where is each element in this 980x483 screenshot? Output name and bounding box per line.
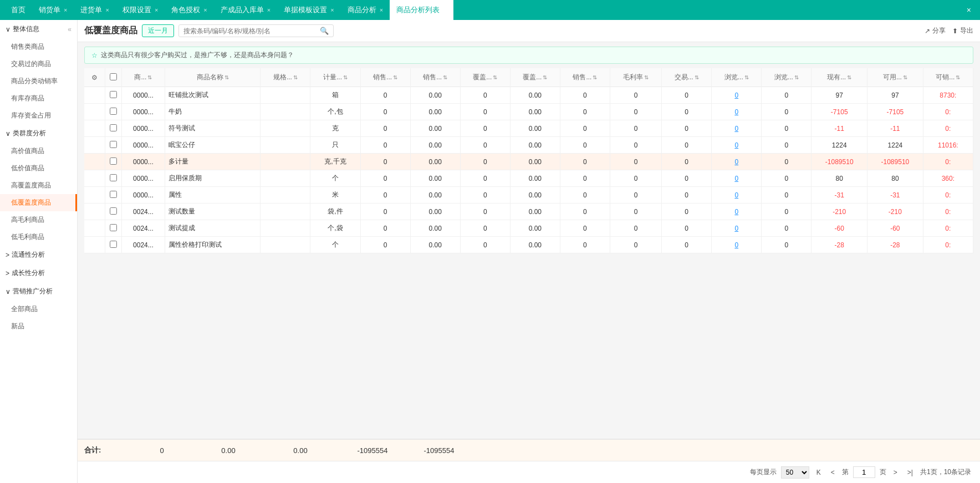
export-button[interactable]: ⬆ 导出 [952,26,973,35]
row-browse1[interactable]: 0 [712,137,762,154]
sidebar-group-overall[interactable]: ∨ 整体信息 « [0,20,77,38]
row-sales-qty: 0 [360,87,410,104]
row-browse2: 0 [762,237,811,253]
last-page-button[interactable]: >| [905,467,916,477]
nav-close-role[interactable]: × [203,0,207,20]
per-page-select[interactable]: 50 20 100 200 [781,466,809,479]
nav-home[interactable]: 首页 [4,0,32,20]
select-all-checkbox[interactable] [110,73,117,80]
next-page-button[interactable]: > [891,467,900,477]
sidebar-item-new-goods[interactable]: 新品 [0,318,77,335]
sidebar-item-low-coverage[interactable]: 低覆盖度商品 [0,194,77,211]
row-gross: 0 [610,154,661,170]
row-trade: 0 [662,237,712,253]
settings-icon[interactable]: ⚙ [91,74,98,82]
table-container[interactable]: ⚙ 商...⇅ 商品名称⇅ 规格...⇅ 计量...⇅ 销售...⇅ 销售...… [84,68,973,439]
nav-analysis-list[interactable]: 商品分析列表 × [390,0,453,20]
sidebar-item-low-margin[interactable]: 低毛利商品 [0,228,77,246]
nav-close-purchase[interactable]: × [105,0,109,20]
sidebar-item-high-value[interactable]: 高价值商品 [0,143,77,160]
col-gear[interactable]: ⚙ [84,68,105,87]
share-button[interactable]: ↗ 分享 [925,26,946,35]
row-checkbox-3[interactable] [110,141,117,148]
page-suffix: 页 [880,467,886,477]
row-checkbox-9[interactable] [110,241,117,248]
nav-analysis[interactable]: 商品分析 × [341,0,390,20]
nav-purchase[interactable]: 进货单 × [74,0,115,20]
sidebar-item-all-goods[interactable]: 全部商品 [0,301,77,318]
sidebar-group-growth[interactable]: > 成长性分析 [0,264,77,282]
nav-role[interactable]: 角色授权 × [165,0,213,20]
row-checkbox-1[interactable] [110,108,117,115]
row-current: -60 [811,220,867,237]
sidebar-item-traded-goods[interactable]: 交易过的商品 [0,55,77,73]
row-checkbox-2[interactable] [110,124,117,131]
total-info: 共1页，10条记录 [920,467,971,477]
row-checkbox-7[interactable] [110,207,117,215]
search-input[interactable] [183,27,320,35]
row-checkbox-6[interactable] [110,191,117,198]
prev-page-button[interactable]: < [828,467,838,477]
first-page-button[interactable]: K [814,467,824,477]
sidebar-item-low-value[interactable]: 低价值商品 [0,160,77,177]
row-code: 0000... [121,170,165,187]
page-number-input[interactable] [853,466,875,478]
nav-sales[interactable]: 销货单 × [32,0,74,20]
row-sales3: 0 [560,187,610,204]
row-browse1[interactable]: 0 [712,104,762,120]
row-sales3: 0 [560,104,610,120]
row-browse1[interactable]: 0 [712,204,762,220]
sidebar-collapse-icon[interactable]: « [68,26,72,33]
nav-close-analysis-list[interactable]: × [443,0,446,20]
row-browse1[interactable]: 0 [712,120,762,137]
sidebar-group-cluster[interactable]: ∨ 类群度分析 [0,124,77,143]
sidebar-item-capital[interactable]: 库存资金占用 [0,107,77,124]
nav-close-permission[interactable]: × [155,0,158,20]
nav-close-analysis[interactable]: × [380,0,383,20]
row-sales3: 0 [560,220,610,237]
sidebar-item-high-margin[interactable]: 高毛利商品 [0,211,77,228]
row-browse1[interactable]: 0 [712,87,762,104]
sidebar-item-stocked-goods[interactable]: 有库存商品 [0,90,77,107]
sidebar-item-category-rate[interactable]: 商品分类动销率 [0,73,77,90]
col-current: 现有...⇅ [811,68,867,87]
row-available: -1089510 [867,154,923,170]
row-browse1[interactable]: 0 [712,170,762,187]
row-checkbox-8[interactable] [110,224,117,231]
row-browse1[interactable]: 0 [712,237,762,253]
sidebar-item-sales-goods[interactable]: 销售类商品 [0,38,77,55]
toolbar-right: ↗ 分享 ⬆ 导出 [925,26,973,35]
nav-close-finished[interactable]: × [267,0,270,20]
row-unit: 个 [310,170,360,187]
row-current: -210 [811,204,867,220]
nav-permission[interactable]: 权限设置 × [116,0,165,20]
row-sales3: 0 [560,137,610,154]
col-sales3: 销售...⇅ [560,68,610,87]
window-close-button[interactable]: × [962,5,976,15]
filter-period-button[interactable]: 近一月 [142,24,174,37]
row-checkbox-0[interactable] [110,91,117,98]
row-browse1[interactable]: 0 [712,220,762,237]
row-sellable: 8730: [923,87,973,104]
nav-template[interactable]: 单据模板设置 × [277,0,340,20]
sidebar-item-high-coverage[interactable]: 高覆盖度商品 [0,177,77,194]
nav-close-template[interactable]: × [330,0,334,20]
table-row: 0024... 测试数量 袋,件 0 0.00 0 0.00 0 0 0 0 0… [84,204,973,220]
row-available: -11 [867,120,923,137]
col-gross: 毛利率⇅ [610,68,661,87]
nav-close-sales[interactable]: × [64,0,67,20]
row-checkbox-4[interactable] [110,157,117,165]
row-trade: 0 [662,187,712,204]
row-spec [261,170,310,187]
nav-finished[interactable]: 产成品入库单 × [214,0,277,20]
row-browse1[interactable]: 0 [712,187,762,204]
col-sellable: 可销...⇅ [923,68,973,87]
row-unit: 克 [310,120,360,137]
sidebar-group-marketing[interactable]: ∨ 营销推广分析 [0,282,77,301]
sidebar-group-circulation[interactable]: > 流通性分析 [0,246,77,264]
row-checkbox-5[interactable] [110,174,117,181]
toolbar: 低覆盖度商品 近一月 🔍 ↗ 分享 ⬆ 导出 [78,20,980,42]
row-browse1[interactable]: 0 [712,154,762,170]
row-current: -1089510 [811,154,867,170]
row-browse2: 0 [762,204,811,220]
